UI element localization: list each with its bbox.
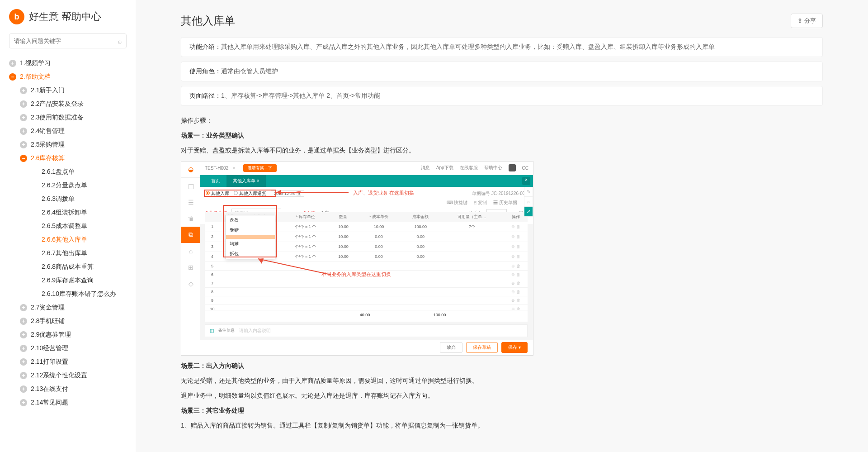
ss-nav-icon: ☰ xyxy=(181,194,200,210)
nav-2-12[interactable]: +2.12系统个性化设置 xyxy=(20,369,127,382)
intro-box: 功能介绍：其他入库单用来处理除采购入库、产成品入库之外的其他入库业务，因此其他入… xyxy=(181,37,823,57)
ss-nav-icon: ◫ xyxy=(181,178,200,194)
scene2-body1: 无论是受赠，还是其他类型的业务，由于入库商品质量等原因，需要退回，这时可通过单据… xyxy=(181,375,823,386)
scene1-title: 场景一：业务类型确认 xyxy=(181,130,823,141)
nav-2-6-4[interactable]: 2.6.4组装拆卸单 xyxy=(31,206,127,219)
ss-promo-badge: 邀请有奖—下 xyxy=(243,164,277,172)
ss-tab-doc: 其他入库单 × xyxy=(226,175,266,187)
toolbar-icon: ⤢ xyxy=(524,207,533,217)
annotation-box-2 xyxy=(223,205,277,257)
main-content: 其他入库单 ⇪ 分享 功能介绍：其他入库单用来处理除采购入库、产成品入库之外的其… xyxy=(136,0,868,452)
embedded-screenshot: ◒ ◫ ☰ 🗑 ⧉ ⌂ ⊞ ◇ TEST-H002 ▾ 邀请有奖—下 消息 Ap… xyxy=(181,161,533,356)
ss-nav-icon: 🗑 xyxy=(181,210,200,227)
page-title: 其他入库单 xyxy=(181,14,235,28)
nav-2-14[interactable]: +2.14常见问题 xyxy=(20,396,127,409)
scene3-title: 场景三：其它业务处理 xyxy=(181,405,823,416)
content-body: 操作步骤： 场景一：业务类型确认 对于受赠、盘盈或是拆装入库等不同的业务，是通过… xyxy=(181,115,823,432)
annotation-text-2: 不同业务的入库类型在这里切换 xyxy=(321,271,391,278)
scene2-title: 场景二：出入方向确认 xyxy=(181,360,823,371)
search-icon[interactable]: ⌕ xyxy=(118,38,122,45)
nav-2-13[interactable]: +2.13在线支付 xyxy=(20,382,127,396)
nav-2-10[interactable]: +2.10经营管理 xyxy=(20,342,127,355)
nav-2-7[interactable]: +2.7资金管理 xyxy=(20,301,127,314)
share-button[interactable]: ⇪ 分享 xyxy=(791,14,823,28)
ss-tenant: TEST-H002 xyxy=(205,166,228,171)
brand-row: b 好生意 帮助中心 xyxy=(9,9,127,24)
nav-help-docs[interactable]: −2.帮助文档 xyxy=(9,70,127,84)
nav-2-6-5[interactable]: 2.6.5成本调整单 xyxy=(31,219,127,233)
nav-2-6-7[interactable]: 2.6.7其他出库单 xyxy=(31,247,127,260)
nav-2-6[interactable]: −2.6库存核算 xyxy=(20,152,127,165)
search-box[interactable]: ⌕ xyxy=(9,33,127,48)
ss-save-button: 保存 ▾ xyxy=(501,342,528,353)
scene2-body2: 退库业务中，明细数量均以负值红色展示。无论是入库还是退库，库存账均记在入库方向。 xyxy=(181,390,823,401)
nav-2-9[interactable]: +2.9优惠券管理 xyxy=(20,328,127,342)
annotation-box-1 xyxy=(204,190,276,197)
ss-nav-icon: ⊞ xyxy=(181,259,200,276)
ss-nav-icon-active: ⧉ xyxy=(181,227,200,243)
toolbar-icon: ✎ xyxy=(524,187,533,197)
nav-2-6-1[interactable]: 2.6.1盘点单 xyxy=(31,165,127,179)
ss-remark: ◫ 备注信息 请输入内容说明 xyxy=(205,324,528,337)
nav-2-6-3[interactable]: 2.6.3调拨单 xyxy=(31,192,127,206)
nav-2-6-10[interactable]: 2.6.10库存账本错了怎么办 xyxy=(31,287,127,301)
nav-2-6-8[interactable]: 2.6.8商品成本重算 xyxy=(31,260,127,274)
sidebar: b 好生意 帮助中心 ⌕ +1.视频学习 −2.帮助文档 +2.1新手入门 +2… xyxy=(0,0,136,452)
ss-draft-button: 保存草稿 xyxy=(466,342,498,353)
close-icon: × xyxy=(522,177,530,185)
ss-nav-icon: ◇ xyxy=(181,276,200,292)
nav-2-6-2[interactable]: 2.6.2分量盘点单 xyxy=(31,179,127,192)
path-box: 页面路径：1、库存核算->库存管理->其他入库单 2、首页->常用功能 xyxy=(181,86,823,106)
toolbar-icon: ⌕ xyxy=(524,197,533,207)
ss-logo-icon: ◒ xyxy=(181,162,200,178)
nav-2-6-6[interactable]: 2.6.6其他入库单 xyxy=(31,233,127,247)
role-box: 使用角色：通常由仓管人员维护 xyxy=(181,62,823,81)
nav-2-8[interactable]: +2.8手机旺铺 xyxy=(20,314,127,328)
nav-2-3[interactable]: +2.3使用前数据准备 xyxy=(20,111,127,124)
nav-2-6-9[interactable]: 2.6.9库存账本查询 xyxy=(31,274,127,287)
ss-tab-home: 首页 xyxy=(205,175,226,187)
annotation-text-1: 入库、退货业务 在这里切换 xyxy=(353,190,414,196)
brand-title: 好生意 帮助中心 xyxy=(29,10,101,24)
scene1-body: 对于受赠、盘盈或是拆装入库等不同的业务，是通过单据头【业务类型】进行区分。 xyxy=(181,145,823,156)
nav-2-2[interactable]: +2.2产品安装及登录 xyxy=(20,97,127,111)
scene3-body: 1、赠品入库的商品直接转为销售。通过工具栏【复制/复制为销货单】功能，将单据信息… xyxy=(181,420,823,431)
steps-heading: 操作步骤： xyxy=(181,115,823,126)
avatar-icon xyxy=(509,164,516,171)
brand-logo: b xyxy=(9,9,24,24)
nav-2-5[interactable]: +2.5采购管理 xyxy=(20,138,127,152)
search-input[interactable] xyxy=(9,34,126,48)
nav-video-learning[interactable]: +1.视频学习 xyxy=(9,57,127,70)
nav-2-4[interactable]: +2.4销售管理 xyxy=(20,124,127,138)
nav-2-11[interactable]: +2.11打印设置 xyxy=(20,355,127,369)
nav-2-1[interactable]: +2.1新手入门 xyxy=(20,84,127,97)
ss-cancel-button: 放弃 xyxy=(440,342,462,353)
ss-nav-icon: ⌂ xyxy=(181,243,200,259)
